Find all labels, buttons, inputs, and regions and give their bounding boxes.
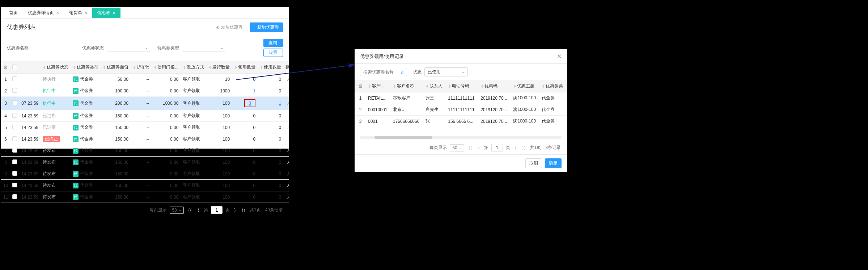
share-icon[interactable]: ↗ (287, 148, 289, 153)
per-page-select[interactable]: 50 ⌄ (170, 207, 184, 214)
col-coupon-code[interactable]: ▲▼优惠码 (478, 80, 511, 92)
coupon-status-select[interactable]: ⌄ (107, 44, 150, 51)
close-icon[interactable]: ✕ (557, 53, 562, 60)
tab-home[interactable]: 首页 (4, 8, 23, 18)
sort-icon: ▲▼ (542, 84, 545, 88)
row-checkbox[interactable] (10, 180, 19, 191)
claimed-link[interactable]: 1 (253, 88, 255, 94)
col-face[interactable]: ▲▼优惠券面值 (101, 61, 131, 74)
coupon-type-select[interactable]: ⌄ (182, 44, 225, 51)
row-checkbox[interactable] (10, 157, 19, 168)
prev-page-button[interactable]: ⟨ (196, 208, 201, 213)
table-row[interactable]: 4 14 23:59 已过期 代代金券 150.00 -- 0.00 客户领取 … (1, 110, 289, 122)
per-page-select[interactable]: 50 ⌄ (450, 144, 464, 151)
col-ctype[interactable]: ▲▼优惠券类 (539, 80, 567, 92)
gear-icon: ⚙ (3, 65, 8, 70)
col-claimed[interactable]: ▲▼领用数量 (232, 61, 258, 74)
page-input[interactable] (211, 206, 223, 214)
search-box[interactable]: ⌕ (360, 68, 407, 76)
row-checkbox[interactable] (10, 74, 19, 85)
table-row[interactable]: 2 执行中 代代金券 100.00 -- 0.00 客户领取 1000 1 0 … (1, 85, 289, 97)
table-row[interactable]: 5 14 23:59 已过期 代代金券 150.00 -- 0.00 客户领取 … (1, 122, 289, 133)
last-page-button[interactable]: ⟩⟩ (240, 208, 247, 213)
last-page-button[interactable]: ⟩⟩ (521, 145, 527, 150)
table-row[interactable]: 7 14 23:59 待发布 代代金券 150.00 -- 0.00 客户领取 … (1, 145, 289, 157)
col-phone[interactable]: ▲▼电话号码 (446, 80, 478, 92)
share-icon[interactable]: ↗ (287, 76, 289, 82)
table-row[interactable]: 8 14 23:59 待发布 代代金券 150.00 -- 0.00 客户领取 … (1, 157, 289, 168)
table-row[interactable]: 10 14 23:59 待发布 代代金券 150.00 -- 0.00 客户领取… (1, 180, 289, 191)
horizontal-scrollbar[interactable] (360, 136, 562, 139)
table-row[interactable]: 2 00010001 北京1 唐先生 11111111111 2019120 7… (355, 104, 567, 116)
table-row[interactable]: 9 14 23:59 待发布 代代金券 150.00 -- 0.00 客户领取 … (1, 168, 289, 180)
cancel-button[interactable]: 取消 (525, 158, 542, 168)
col-method[interactable]: ▲▼发放方式 (181, 61, 206, 74)
col-type[interactable]: ▲▼优惠券类型 (71, 61, 101, 74)
table-row[interactable]: 11 14 23:59 待发布 代代金券 150.00 -- 0.00 客户领取… (1, 191, 289, 203)
col-gear[interactable]: ⚙ (355, 80, 366, 92)
share-icon[interactable]: ↗ (287, 113, 289, 119)
coupon-name-input[interactable] (31, 44, 75, 52)
close-icon[interactable]: ✕ (56, 11, 59, 15)
row-checkbox[interactable] (10, 97, 19, 110)
row-checkbox[interactable] (10, 133, 19, 145)
per-page-label: 每页显示 (149, 207, 167, 213)
table-row[interactable]: 6 14 23:59 已终止 代代金券 150.00 -- 0.00 客户领取 … (1, 133, 289, 145)
issue-coupon-button[interactable]: ⊕ 发放优惠券 (212, 22, 246, 32)
voucher-icon: 代 (73, 194, 79, 200)
share-icon[interactable]: ↗ (287, 159, 289, 165)
col-gear[interactable]: ⚙ (1, 61, 10, 74)
next-page-button[interactable]: ⟩ (513, 145, 518, 150)
used-link[interactable]: 1 (279, 101, 281, 106)
claimed-link[interactable]: 3 (244, 99, 255, 107)
col-cust-code[interactable]: ▲▼客产... (366, 80, 391, 92)
row-checkbox[interactable] (10, 191, 19, 203)
col-discount[interactable]: ▲▼折扣% (131, 61, 152, 74)
search-icon[interactable]: ⌕ (401, 69, 404, 75)
col-contact[interactable]: ▲▼联系人 (423, 80, 446, 92)
table-row[interactable]: 3 0001 17666666666 张 156 6666 6... 20191… (355, 116, 567, 127)
first-page-button[interactable]: ⟨⟨ (187, 208, 193, 213)
table-row[interactable]: 1 待执行 代代金券 50.00 -- 0.00 客户领取 10 0 0 ↗ ⊞ (1, 74, 289, 85)
col-cust-name[interactable]: ▲▼客户名称 (391, 80, 423, 92)
tab-coupon[interactable]: 优惠券✕ (92, 8, 120, 18)
ok-button[interactable]: 确定 (545, 158, 562, 168)
scrollbar-thumb[interactable] (374, 136, 432, 139)
tab-detail[interactable]: 优惠券详情页✕ (23, 8, 64, 18)
tab-sales[interactable]: 销货单✕ (64, 8, 92, 18)
share-icon[interactable]: ↗ (287, 136, 289, 142)
col-issue[interactable]: ▲▼发行数量 (206, 61, 232, 74)
share-icon[interactable]: ↗ (287, 101, 289, 106)
table-row[interactable]: 3 07 23:59 执行中 代代金券 200.00 -- 1000.00 客户… (1, 97, 289, 110)
state-select[interactable]: 已使用 ⌄ (424, 67, 468, 76)
col-time[interactable] (19, 61, 41, 74)
share-icon[interactable]: ↗ (287, 125, 289, 130)
search-input[interactable] (363, 70, 399, 75)
first-page-button[interactable]: ⟨⟨ (467, 145, 474, 150)
share-icon[interactable]: ↗ (287, 183, 289, 188)
row-checkbox[interactable] (10, 110, 19, 122)
next-page-button[interactable]: ⟩ (233, 208, 237, 213)
row-checkbox[interactable] (10, 85, 19, 97)
share-icon[interactable]: ↗ (287, 194, 289, 200)
page-input[interactable] (491, 144, 503, 151)
cell-cust-name: 17666666666 (391, 116, 423, 127)
col-threshold[interactable]: ▲▼使用门槛... (151, 61, 181, 74)
row-checkbox[interactable] (10, 168, 19, 180)
col-status[interactable]: ▲▼优惠券状态 (41, 61, 71, 74)
close-icon[interactable]: ✕ (113, 11, 115, 15)
settings-button[interactable]: 设置 (263, 49, 283, 57)
col-subject[interactable]: ▲▼优惠主题 (511, 80, 539, 92)
table-row[interactable]: 1 RETAIL... 零散客户 张三 11111111111 2019120 … (355, 92, 567, 104)
row-checkbox[interactable] (10, 122, 19, 133)
col-checkbox[interactable] (10, 61, 19, 74)
col-used[interactable]: ▲▼使用数量 (258, 61, 283, 74)
share-icon[interactable]: ↗ (287, 171, 289, 176)
prev-page-button[interactable]: ⟨ (477, 145, 481, 150)
add-coupon-button[interactable]: + 新增优惠券 (250, 22, 283, 32)
search-button[interactable]: 查询 (263, 39, 283, 47)
cell-discount: -- (131, 191, 152, 203)
close-icon[interactable]: ✕ (84, 11, 87, 15)
row-checkbox[interactable] (10, 145, 19, 157)
share-icon[interactable]: ↗ (287, 88, 289, 94)
